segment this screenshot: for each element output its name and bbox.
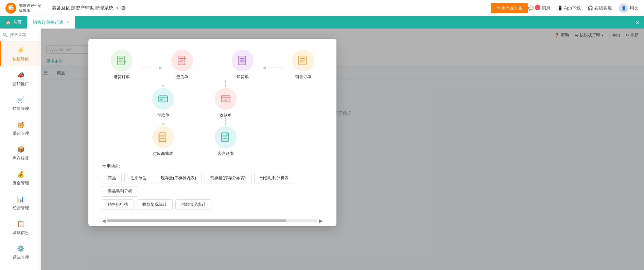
purchase-bill-node[interactable]: 进货单	[162, 50, 202, 80]
cf-btn-stock-status[interactable]: 现存量(库存状况表)	[155, 173, 202, 183]
customer-ledger-node[interactable]: 客户账本	[205, 126, 246, 157]
sidebar-item-system[interactable]: ⚙️ 系统管理	[0, 240, 40, 265]
settings-icon[interactable]: ⚙	[121, 5, 126, 11]
svg-text:¥: ¥	[225, 99, 227, 102]
sales-icon: 🛒	[16, 95, 25, 105]
sales-order-node[interactable]: 销售订单	[283, 50, 323, 80]
common-functions-title: 常用功能	[102, 163, 323, 169]
logo-area: 畅 畅康通好生意 标售版	[5, 3, 46, 14]
scrollbar-thumb	[107, 219, 286, 222]
online-service-button[interactable]: 🎧 在线客服	[588, 5, 612, 11]
receipt-circle[interactable]: ¥	[215, 88, 237, 110]
cf-btn-sales-profit[interactable]: 销售毛利分析表	[254, 173, 294, 183]
phone-icon: 📱	[557, 5, 563, 11]
user-menu[interactable]: 👤 用友	[619, 3, 639, 13]
purchase-order-circle[interactable]	[111, 50, 133, 71]
common-functions-buttons-row1: 商品 往来单位 现存量(库存状况表) 现存量(库存分布表) 销售毛利分析表 商品…	[102, 173, 323, 197]
app-download-button[interactable]: 📱 App下载	[557, 5, 581, 11]
workflow-area: 进货订单 ▶	[88, 39, 336, 163]
receipt-node[interactable]: ¥ 收款单	[205, 88, 246, 118]
sidebar-item-quick[interactable]: ⚡ 快捷导航	[0, 41, 40, 66]
inventory-icon: 📦	[16, 145, 25, 154]
purchase-order-node[interactable]: 进货订单	[102, 50, 141, 80]
customer-ledger-circle[interactable]	[215, 126, 237, 148]
sales-bill-node[interactable]: 销货单	[223, 50, 262, 80]
svg-text:¥: ¥	[160, 98, 162, 101]
sidebar-item-inventory[interactable]: 📦 库存核算	[0, 141, 40, 165]
svg-point-41	[226, 133, 229, 136]
purchase-icon: 🧺	[16, 120, 25, 129]
cf-btn-goods[interactable]: 商品	[102, 173, 122, 183]
dropdown-arrow-icon[interactable]: ▾	[116, 6, 118, 11]
sidebar-item-sales[interactable]: 🛒 销售管理	[0, 91, 40, 116]
cf-btn-goods-profit[interactable]: 商品毛利分析	[102, 186, 138, 197]
sidebar-item-finance[interactable]: 💰 资金管理	[0, 165, 40, 190]
cf-btn-payment-stats[interactable]: 付款情况统计	[175, 199, 211, 210]
logo-text: 畅康通好生意 标售版	[19, 3, 41, 13]
supplier-ledger-circle[interactable]	[152, 126, 174, 148]
messages-button[interactable]: 💬 6 消息	[528, 5, 551, 11]
sidebar-item-operation[interactable]: 📊 经营管理	[0, 190, 40, 215]
cf-btn-receipt-stats[interactable]: 收款情况统计	[137, 199, 173, 210]
svg-rect-16	[299, 56, 306, 65]
tab-home[interactable]: 🏠 首页	[0, 16, 27, 29]
sidebar: 🔍 搜索菜单 ⚡ 快捷导航 📣 营销推广 🛒 销售管理 🧺 采购管理 📦 库存核…	[0, 29, 41, 270]
message-icon: 💬	[528, 5, 534, 11]
common-functions-buttons-row2: 销售排行榜 收款情况统计 付款情况统计	[102, 199, 323, 210]
svg-rect-30	[159, 133, 166, 142]
purchase-bill-circle[interactable]	[171, 50, 193, 71]
system-title: 装备及固定资产辅助管理系统 ▾ ⚙	[52, 5, 491, 11]
finance-icon: 💰	[16, 169, 25, 179]
tab-sales-order[interactable]: 销售订单执行表 ✕	[27, 16, 75, 29]
logo-icon: 畅	[5, 3, 16, 14]
main-layout: 🔍 搜索菜单 ⚡ 快捷导航 📣 营销推广 🛒 销售管理 🧺 采购管理 📦 库存核…	[0, 29, 644, 270]
supplier-ledger-node[interactable]: 供应商账本	[143, 126, 184, 157]
scrollbar: ◀ ▶	[88, 218, 336, 226]
header-right: 💬 6 消息 📱 App下载 🎧 在线客服 👤 用友	[528, 3, 639, 13]
basic-icon: 📋	[16, 219, 25, 229]
sidebar-item-purchase[interactable]: 🧺 采购管理	[0, 116, 40, 141]
quick-icon: ⚡	[16, 46, 25, 55]
headset-icon: 🎧	[588, 5, 593, 11]
corp-icon: 🤝	[16, 269, 25, 270]
sales-order-circle[interactable]	[292, 50, 314, 71]
svg-rect-15	[241, 59, 245, 62]
tab-bar-close-icon[interactable]: ✕	[636, 19, 640, 26]
scrollbar-right-icon[interactable]: ▶	[319, 218, 323, 223]
sidebar-item-marketing[interactable]: 📣 营销推广	[0, 66, 40, 91]
trial-button[interactable]: 体验行业方案	[491, 3, 528, 13]
marketing-icon: 📣	[16, 70, 25, 80]
cf-btn-stock-dist[interactable]: 现存量(库存分布表)	[205, 173, 251, 183]
svg-rect-0	[118, 56, 124, 65]
content-area: ❓ 帮助 🖨 按模板打印 ▾ ↑ 导出 ↻ 刷新 yyyy-mm-dd 📅	[41, 29, 644, 270]
home-icon: 🏠	[5, 20, 11, 25]
sidebar-search[interactable]: 🔍 搜索菜单	[0, 29, 40, 41]
svg-rect-5	[178, 56, 185, 65]
sidebar-item-basic[interactable]: 📋 基础信息	[0, 215, 40, 240]
system-icon: ⚙️	[16, 244, 25, 253]
cf-btn-sales-rank[interactable]: 销售排行榜	[102, 199, 134, 210]
operation-icon: 📊	[16, 194, 25, 204]
sidebar-item-corp[interactable]: 🤝 企业协同	[0, 265, 40, 270]
messages-badge: 6	[535, 5, 540, 10]
scrollbar-track[interactable]	[107, 219, 318, 222]
svg-rect-35	[158, 133, 160, 141]
common-functions: 常用功能 商品 往来单位 现存量(库存状况表) 现存量(库存分布表) 销售毛利分…	[88, 163, 336, 218]
cf-btn-partners[interactable]: 往来单位	[124, 173, 152, 183]
payment-circle[interactable]: ¥	[152, 88, 174, 110]
scrollbar-left-icon[interactable]: ◀	[102, 218, 106, 223]
payment-node[interactable]: ¥ 付款单	[143, 88, 184, 118]
workflow-modal: 进货订单 ▶	[88, 39, 336, 226]
tab-bar: 🏠 首页 销售订单执行表 ✕ ✕	[0, 16, 644, 29]
sales-bill-circle[interactable]	[232, 50, 254, 71]
modal-overlay[interactable]: 进货订单 ▶	[41, 29, 644, 270]
search-icon: 🔍	[3, 33, 8, 37]
avatar: 👤	[619, 3, 628, 13]
top-header: 畅 畅康通好生意 标售版 装备及固定资产辅助管理系统 ▾ ⚙ 体验行业方案 💬 …	[0, 0, 644, 16]
tab-close-icon[interactable]: ✕	[66, 20, 69, 25]
